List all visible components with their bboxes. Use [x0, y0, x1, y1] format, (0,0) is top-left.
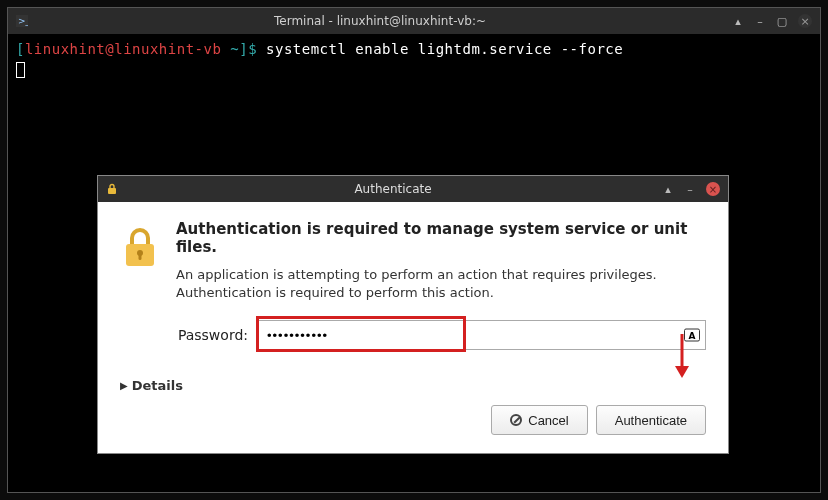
- details-label: Details: [132, 378, 183, 393]
- keyboard-layout-indicator[interactable]: A: [684, 329, 700, 342]
- svg-rect-2: [108, 188, 116, 194]
- prompt-user: linuxhint@linuxhint-vb: [25, 41, 221, 57]
- close-icon[interactable]: ×: [798, 14, 812, 28]
- password-field-wrap: A: [258, 320, 706, 350]
- maximize-icon[interactable]: ▢: [776, 15, 788, 27]
- dialog-titlebar[interactable]: Authenticate ▴ – ×: [98, 176, 728, 202]
- password-label: Password:: [176, 327, 248, 343]
- minimize-icon[interactable]: –: [754, 15, 766, 27]
- terminal-title: Terminal - linuxhint@linuxhint-vb:~: [28, 14, 732, 28]
- authenticate-label: Authenticate: [615, 413, 687, 428]
- authenticate-button[interactable]: Authenticate: [596, 405, 706, 435]
- prompt-bracket-close: ]$: [239, 41, 266, 57]
- terminal-icon: >_: [16, 15, 28, 27]
- dialog-close-icon[interactable]: ×: [706, 182, 720, 196]
- svg-rect-6: [139, 254, 142, 260]
- password-input[interactable]: [258, 320, 706, 350]
- dialog-title: Authenticate: [124, 182, 662, 196]
- dialog-minimize-icon[interactable]: –: [684, 183, 696, 195]
- terminal-command: systemctl enable lightdm.service --force: [266, 41, 623, 57]
- dialog-heading: Authentication is required to manage sys…: [176, 220, 706, 256]
- dialog-body: Authentication is required to manage sys…: [98, 202, 728, 453]
- details-expander[interactable]: ▶ Details: [120, 378, 706, 393]
- prompt-bracket-open: [: [16, 41, 25, 57]
- terminal-line: [linuxhint@linuxhint-vb ~]$ systemctl en…: [16, 40, 812, 60]
- prompt-path: ~: [221, 41, 239, 57]
- dialog-keep-above-icon[interactable]: ▴: [662, 183, 674, 195]
- cancel-button[interactable]: Cancel: [491, 405, 587, 435]
- terminal-titlebar[interactable]: >_ Terminal - linuxhint@linuxhint-vb:~ ▴…: [8, 8, 820, 34]
- lock-large-icon: [120, 226, 160, 350]
- dialog-description: An application is attempting to perform …: [176, 266, 706, 302]
- chevron-right-icon: ▶: [120, 380, 128, 391]
- lock-icon: [106, 183, 118, 195]
- keep-above-icon[interactable]: ▴: [732, 15, 744, 27]
- auth-dialog: Authenticate ▴ – × Authentication is req…: [97, 175, 729, 454]
- svg-text:>_: >_: [18, 16, 28, 26]
- cancel-label: Cancel: [528, 413, 568, 428]
- cancel-icon: [510, 414, 522, 426]
- terminal-cursor: [16, 62, 25, 78]
